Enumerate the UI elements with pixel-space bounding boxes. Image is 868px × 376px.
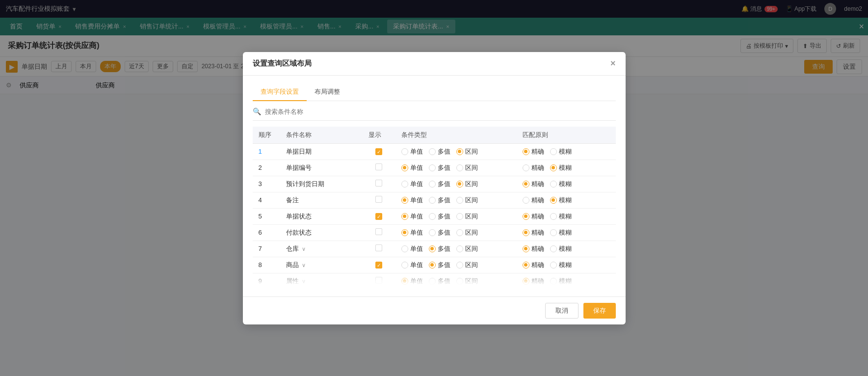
row7-single[interactable]: 单值	[401, 244, 423, 253]
row4-show[interactable]	[363, 192, 395, 208]
row4-match-group: 精确 模糊	[523, 196, 610, 205]
row7-fuzzy[interactable]: 模糊	[550, 244, 572, 253]
row4-range[interactable]: 区间	[456, 196, 478, 205]
row3-exact[interactable]: 精确	[523, 180, 544, 188]
row8-multi[interactable]: 多值	[429, 261, 450, 269]
row6-single[interactable]: 单值	[401, 228, 423, 237]
row9-show-checkbox[interactable]	[375, 277, 382, 284]
row2-show-checkbox[interactable]	[375, 163, 382, 170]
row8-single-radio	[401, 262, 408, 269]
row9-fuzzy[interactable]: 模糊	[550, 277, 572, 286]
row5-fuzzy-radio	[550, 213, 557, 220]
row9-single-radio	[401, 278, 408, 285]
row7-multi[interactable]: 多值	[429, 244, 450, 253]
row8-single[interactable]: 单值	[401, 261, 423, 269]
row9-fuzzy-radio	[550, 278, 557, 285]
row2-multi[interactable]: 多值	[429, 163, 450, 172]
row5-single[interactable]: 单值	[401, 212, 423, 221]
row1-multi[interactable]: 多值	[429, 147, 450, 156]
row2-name: 单据编号	[280, 160, 363, 176]
tab-field-settings[interactable]: 查询字段设置	[253, 83, 307, 101]
th-type: 条件类型	[395, 127, 517, 144]
row5-show[interactable]: ✓	[363, 208, 395, 224]
row4-match: 精确 模糊	[517, 192, 616, 208]
row9-match: 精确 模糊	[517, 273, 616, 289]
row2-single-radio	[401, 164, 408, 171]
row2-show[interactable]	[363, 160, 395, 176]
row1-single-radio	[401, 148, 408, 155]
row2-fuzzy-radio	[550, 164, 557, 171]
row9-single[interactable]: 单值	[401, 277, 423, 286]
row8-range[interactable]: 区间	[456, 261, 478, 269]
row2-fuzzy[interactable]: 模糊	[550, 163, 572, 172]
row2-exact[interactable]: 精确	[523, 163, 544, 172]
row3-show-checkbox[interactable]	[375, 180, 382, 187]
row8-exact[interactable]: 精确	[523, 261, 544, 269]
row6-show[interactable]	[363, 224, 395, 241]
row5-multi[interactable]: 多值	[429, 212, 450, 221]
row8-show-checkbox[interactable]: ✓	[375, 262, 382, 269]
row1-exact[interactable]: 精确	[523, 147, 544, 156]
row2-range[interactable]: 区间	[456, 163, 478, 172]
row3-range[interactable]: 区间	[456, 180, 478, 188]
row1-fuzzy[interactable]: 模糊	[550, 147, 572, 156]
row9-expand-icon[interactable]: ∨	[302, 278, 306, 284]
row8-show[interactable]: ✓	[363, 257, 395, 273]
row6-match-group: 精确 模糊	[523, 228, 610, 237]
row7-show[interactable]	[363, 241, 395, 257]
tab-layout-adjust[interactable]: 布局调整	[307, 83, 348, 101]
row4-show-checkbox[interactable]	[375, 196, 382, 203]
cancel-btn[interactable]: 取消	[545, 303, 579, 319]
row9-multi[interactable]: 多值	[429, 277, 450, 286]
save-btn[interactable]: 保存	[583, 303, 616, 319]
row6-range-radio	[456, 229, 463, 236]
row5-exact[interactable]: 精确	[523, 212, 544, 221]
row4-fuzzy[interactable]: 模糊	[550, 196, 572, 205]
row3-seq: 3	[253, 176, 280, 192]
row3-show[interactable]	[363, 176, 395, 192]
dialog-close-btn[interactable]: ×	[610, 58, 616, 69]
table-row: 9 属性 ∨ 单值 多值 区间	[253, 273, 616, 289]
row5-show-checkbox[interactable]: ✓	[375, 213, 382, 220]
row7-multi-radio	[429, 245, 436, 252]
row7-range[interactable]: 区间	[456, 244, 478, 253]
row1-show[interactable]: ✓	[363, 143, 395, 160]
row2-single[interactable]: 单值	[401, 163, 423, 172]
row9-match-group: 精确 模糊	[523, 277, 610, 286]
row6-fuzzy[interactable]: 模糊	[550, 228, 572, 237]
row8-expand-icon[interactable]: ∨	[302, 262, 306, 268]
row4-multi[interactable]: 多值	[429, 196, 450, 205]
row9-show[interactable]	[363, 273, 395, 289]
row5-fuzzy[interactable]: 模糊	[550, 212, 572, 221]
th-show: 显示	[363, 127, 395, 144]
row1-single[interactable]: 单值	[401, 147, 423, 156]
row6-multi[interactable]: 多值	[429, 228, 450, 237]
row9-range[interactable]: 区间	[456, 277, 478, 286]
row4-exact[interactable]: 精确	[523, 196, 544, 205]
row1-fuzzy-radio	[550, 148, 557, 155]
dialog-table-scroll[interactable]: 顺序 条件名称 显示 条件类型 匹配原则 1 单据日期	[253, 127, 616, 289]
row8-match: 精确 模糊	[517, 257, 616, 273]
row3-single[interactable]: 单值	[401, 180, 423, 188]
row2-exact-radio	[523, 164, 529, 171]
row6-show-checkbox[interactable]	[375, 228, 382, 235]
row5-range[interactable]: 区间	[456, 212, 478, 221]
row1-range-radio	[456, 148, 463, 155]
row8-fuzzy[interactable]: 模糊	[550, 261, 572, 269]
row7-exact[interactable]: 精确	[523, 244, 544, 253]
row7-range-radio	[456, 245, 463, 252]
row1-exact-radio	[523, 148, 529, 155]
row3-multi[interactable]: 多值	[429, 180, 450, 188]
row7-show-checkbox[interactable]	[375, 244, 382, 251]
row1-range[interactable]: 区间	[456, 147, 478, 156]
row1-show-checkbox[interactable]: ✓	[375, 148, 382, 155]
row6-range[interactable]: 区间	[456, 228, 478, 237]
row7-expand-icon[interactable]: ∨	[302, 246, 306, 252]
row3-fuzzy[interactable]: 模糊	[550, 180, 572, 188]
row6-exact[interactable]: 精确	[523, 228, 544, 237]
dialog-search-input[interactable]	[261, 107, 359, 116]
dialog-title: 设置查询区域布局	[253, 59, 312, 68]
row4-single[interactable]: 单值	[401, 196, 423, 205]
th-name: 条件名称	[280, 127, 363, 144]
row9-exact[interactable]: 精确	[523, 277, 544, 286]
